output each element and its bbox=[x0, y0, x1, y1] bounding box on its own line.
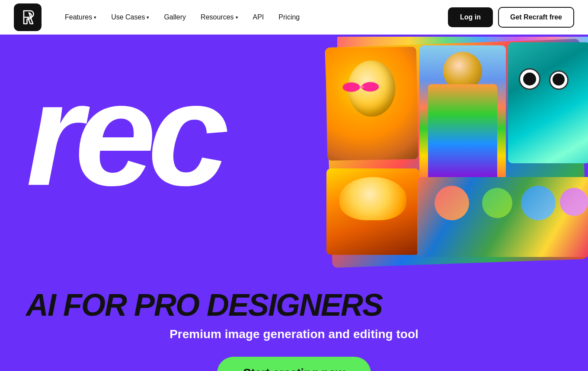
hero-bottom: AI FOR PRO DESIGNERS Premium image gener… bbox=[0, 268, 588, 371]
nav-pricing[interactable]: Pricing bbox=[272, 10, 306, 25]
hero-headline: AI FOR PRO DESIGNERS bbox=[26, 289, 562, 320]
hero-collage bbox=[285, 35, 588, 268]
nav-gallery[interactable]: Gallery bbox=[158, 10, 192, 25]
start-creating-button[interactable]: Start creating now bbox=[217, 357, 371, 371]
chevron-down-icon: ▾ bbox=[94, 15, 96, 20]
nav-resources[interactable]: Resources ▾ bbox=[195, 10, 244, 25]
chevron-down-icon: ▾ bbox=[147, 15, 149, 20]
hero-section: rec bbox=[0, 35, 588, 268]
nav-links: Features ▾ Use Cases ▾ Gallery Resources… bbox=[59, 10, 448, 25]
hero-subheadline: Premium image generation and editing too… bbox=[26, 327, 562, 341]
login-button[interactable]: Log in bbox=[448, 7, 493, 27]
chevron-down-icon: ▾ bbox=[236, 15, 238, 20]
nav-use-cases[interactable]: Use Cases ▾ bbox=[105, 10, 155, 25]
nav-features[interactable]: Features ▾ bbox=[59, 10, 102, 25]
get-recraft-free-button[interactable]: Get Recraft free bbox=[498, 7, 574, 28]
nav-right: Log in Get Recraft free bbox=[448, 7, 574, 28]
navbar: Features ▾ Use Cases ▾ Gallery Resources… bbox=[0, 0, 588, 35]
logo[interactable] bbox=[14, 3, 42, 31]
cta-row: Start creating now bbox=[26, 357, 562, 371]
hero-big-text: rec bbox=[26, 60, 221, 207]
nav-api[interactable]: API bbox=[247, 10, 270, 25]
